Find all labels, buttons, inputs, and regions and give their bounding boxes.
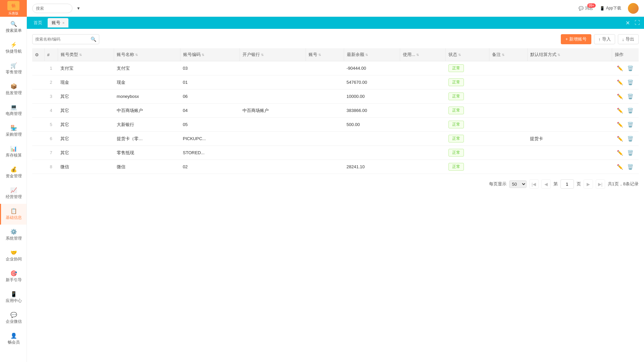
page-word: 第: [553, 181, 558, 187]
row-remark: [489, 146, 527, 160]
row-status: 正常: [446, 104, 489, 118]
col-default-payment-header[interactable]: 默认结算方式⇅: [527, 48, 612, 61]
sidebar-item-app-center[interactable]: 📱 应用中心: [0, 287, 26, 308]
delete-button[interactable]: 🗑️: [626, 149, 635, 157]
row-default-payment: [527, 118, 612, 132]
import-button[interactable]: ↑ 导入: [594, 34, 615, 44]
toolbar-buttons: + 新增账号 ↑ 导入 ↓ 导出: [561, 34, 639, 44]
table-row: 3 其它 moneybosx 06 10000.00 正常 ✏️ 🗑️: [32, 89, 639, 104]
page-size-select[interactable]: 50 20 100: [509, 180, 527, 188]
sidebar-item-label: 新手引导: [2, 277, 25, 283]
logo-icon: 畅: [7, 1, 19, 10]
col-bank-header[interactable]: 开户银行⇅: [240, 48, 306, 61]
row-usage: [400, 118, 446, 132]
row-account: [306, 75, 344, 89]
row-bank: [240, 160, 306, 174]
col-balance-header[interactable]: 最新余额⇅: [344, 48, 400, 61]
delete-button[interactable]: 🗑️: [626, 107, 635, 114]
export-icon: ↓: [622, 37, 625, 42]
sidebar-item-guide[interactable]: 🎯 新手引导: [0, 266, 26, 287]
status-badge: 正常: [448, 78, 464, 86]
col-type-header[interactable]: 账号类型⇅: [58, 48, 114, 61]
col-account-header[interactable]: 账号⇅: [306, 48, 344, 61]
search-input[interactable]: [35, 37, 91, 42]
row-balance: -90444.00: [344, 61, 400, 75]
status-badge: 正常: [448, 163, 464, 171]
sidebar-item-label: 资金管理: [2, 173, 25, 179]
first-page-button[interactable]: |◀: [529, 179, 539, 189]
sidebar-item-operations[interactable]: 📈 经营管理: [0, 183, 26, 204]
row-actions: ✏️ 🗑️: [612, 118, 639, 132]
row-config: [32, 104, 44, 118]
sidebar-item-wechat-biz[interactable]: 💬 企业微信: [0, 308, 26, 328]
next-page-button[interactable]: ▶: [584, 179, 593, 189]
tab-maximize-button[interactable]: ⛶: [633, 20, 641, 26]
col-status-header[interactable]: 状态⇅: [446, 48, 489, 61]
col-name-header[interactable]: 账号名称⇅: [114, 48, 180, 61]
edit-button[interactable]: ✏️: [615, 163, 625, 171]
delete-button[interactable]: 🗑️: [626, 65, 635, 72]
table-row: 2 现金 现金 01 547670.00 正常 ✏️ 🗑️: [32, 75, 639, 89]
row-remark: [489, 89, 527, 104]
sidebar-item-wholesale[interactable]: 📦 批发管理: [0, 79, 26, 100]
delete-button[interactable]: 🗑️: [626, 121, 635, 128]
delete-button[interactable]: 🗑️: [626, 163, 635, 171]
export-button[interactable]: ↓ 导出: [618, 34, 639, 44]
page-content: 🔍 + 新增账号 ↑ 导入 ↓ 导出 ⚙ #: [27, 29, 644, 362]
edit-button[interactable]: ✏️: [615, 65, 625, 72]
delete-button[interactable]: 🗑️: [626, 135, 635, 142]
edit-button[interactable]: ✏️: [615, 79, 625, 86]
page-input[interactable]: [560, 179, 574, 189]
col-remark-header[interactable]: 备注⇅: [489, 48, 527, 61]
delete-button[interactable]: 🗑️: [626, 93, 635, 100]
operations-icon: 📈: [2, 187, 25, 193]
sidebar-item-search-menu[interactable]: 🔍 搜索菜单: [0, 17, 26, 38]
topbar-search-input[interactable]: [32, 4, 72, 13]
sidebar-item-quick-nav[interactable]: ⚡ 快捷导航: [0, 38, 26, 58]
edit-button[interactable]: ✏️: [615, 121, 625, 128]
add-account-button[interactable]: + 新增账号: [561, 34, 591, 44]
status-badge: 正常: [448, 64, 464, 72]
delete-button[interactable]: 🗑️: [626, 79, 635, 86]
sidebar-item-basic-info[interactable]: 📋 基础信息: [0, 204, 26, 225]
edit-button[interactable]: ✏️: [615, 107, 625, 114]
col-usage-header[interactable]: 使用...⇅: [400, 48, 446, 61]
phone-icon: 📱: [600, 6, 605, 11]
sort-icon: ⇅: [365, 53, 368, 57]
sort-icon: ⇅: [416, 53, 419, 57]
sidebar-item-member[interactable]: 👤 畅会员: [0, 328, 26, 349]
enterprise-icon: 🤝: [2, 249, 25, 256]
prev-page-button[interactable]: ◀: [541, 179, 551, 189]
col-code-header[interactable]: 账号编码⇅: [180, 48, 240, 61]
user-avatar[interactable]: [628, 3, 639, 14]
edit-button[interactable]: ✏️: [615, 135, 625, 142]
sidebar-item-enterprise[interactable]: 🤝 企业协同: [0, 245, 26, 266]
sidebar-item-purchase[interactable]: 🏪 采购管理: [0, 121, 26, 141]
edit-button[interactable]: ✏️: [615, 93, 625, 100]
row-remark: [489, 75, 527, 89]
col-config-header[interactable]: ⚙: [32, 48, 44, 61]
app-download-button[interactable]: 📱 App下载: [600, 5, 621, 11]
tab-close-icon[interactable]: ×: [62, 21, 64, 25]
last-page-button[interactable]: ▶|: [596, 179, 605, 189]
row-code: 01: [180, 75, 240, 89]
row-type: 现金: [58, 75, 114, 89]
sidebar-item-label: 应用中心: [2, 298, 25, 304]
row-no: 5: [44, 118, 58, 132]
row-no: 4: [44, 104, 58, 118]
sidebar-item-finance[interactable]: 💰 资金管理: [0, 162, 26, 183]
sidebar-item-retail[interactable]: 🛒 零售管理: [0, 58, 26, 79]
search-icon[interactable]: 🔍: [91, 37, 96, 42]
row-actions: ✏️ 🗑️: [612, 104, 639, 118]
tab-close-all-button[interactable]: ✕: [624, 20, 631, 26]
row-type: 支付宝: [58, 61, 114, 75]
message-button[interactable]: 💬 消息 99+: [579, 5, 593, 11]
edit-button[interactable]: ✏️: [615, 149, 625, 157]
topbar-dropdown[interactable]: ▼: [76, 6, 80, 11]
sidebar-item-ecommerce[interactable]: 💻 电商管理: [0, 100, 26, 121]
sidebar-item-system[interactable]: ⚙️ 系统管理: [0, 225, 26, 245]
tab-account[interactable]: 账号 ×: [48, 18, 68, 27]
sidebar-item-inventory[interactable]: 📊 库存核算: [0, 141, 26, 162]
tab-home[interactable]: 首页: [30, 18, 46, 27]
row-usage: [400, 61, 446, 75]
